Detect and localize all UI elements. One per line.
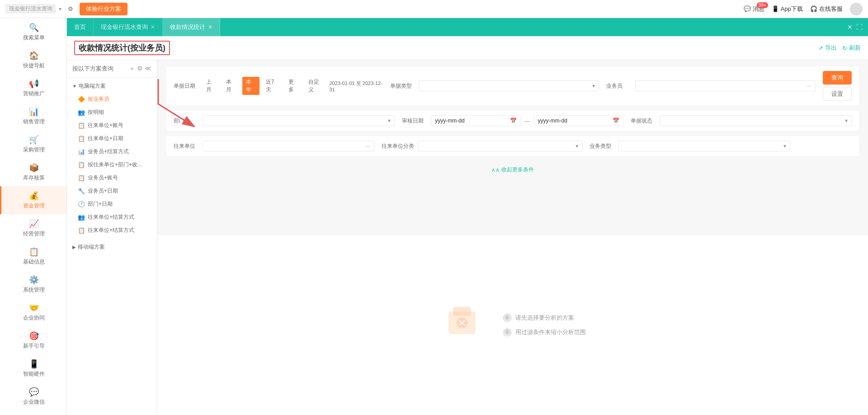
- sidebar-item-label: 企业协同: [23, 314, 45, 322]
- chevron-down-icon: ▾: [388, 118, 391, 124]
- search-menu-icon: 🔍: [29, 23, 39, 33]
- top-header: 现金银行流水查询 ▾ ⚙ 体验行业方案 💬 消息 99+ 📱 App下载 🎧 在…: [0, 0, 868, 18]
- biz-type-input[interactable]: ▾: [618, 141, 790, 151]
- window-maximize-icon[interactable]: ⛶: [856, 24, 863, 31]
- tab-home-label: 首页: [74, 23, 86, 31]
- date-filter-item: 单据日期 上月 本月 本年 近7天 更多 自定义 2023-01-01 至 20…: [174, 77, 383, 95]
- scheme-item-icon: 🔶: [78, 96, 85, 103]
- tab-collection-close-icon[interactable]: ✕: [208, 24, 212, 30]
- app-download-area[interactable]: 📱 App下载: [772, 5, 803, 13]
- partner-input[interactable]: ···: [203, 141, 374, 151]
- sidebar-item-sales[interactable]: 📊 销售管理: [0, 102, 66, 130]
- date-tab-more[interactable]: 更多: [285, 77, 302, 95]
- audit-date-start-input[interactable]: yyyy-mm-dd 📅: [431, 115, 520, 126]
- messages-area[interactable]: 💬 消息 99+: [744, 5, 764, 13]
- scheme-group-mobile-title[interactable]: ▶ 移动端方案: [67, 241, 157, 254]
- app-download-label: App下载: [781, 5, 803, 13]
- scheme-add-button[interactable]: ＋: [129, 65, 135, 73]
- scheme-item-staff-date[interactable]: 🔧 业务员+日期: [67, 184, 157, 198]
- date-tab-last-month[interactable]: 上月: [203, 77, 220, 95]
- sidebar-item-enterprise[interactable]: 🤝 企业协同: [0, 298, 66, 326]
- window-close-icon[interactable]: ✕: [847, 24, 853, 31]
- date-tab-this-year[interactable]: 本年: [242, 77, 259, 95]
- audit-date-filter-item: 审核日期 yyyy-mm-dd 📅 — yyyy-mm-dd 📅: [402, 115, 623, 126]
- refresh-label: 刷新: [849, 44, 861, 52]
- date-tab-last7days[interactable]: 近7天: [262, 77, 282, 95]
- sidebar-item-system[interactable]: ⚙️ 系统管理: [0, 270, 66, 298]
- fund-icon: 💰: [29, 191, 39, 201]
- sidebar-item-weixin[interactable]: 💬 企业微信: [0, 382, 66, 410]
- doc-type-input[interactable]: ▾: [419, 80, 599, 91]
- sidebar-item-member[interactable]: 👑 畅会员: [0, 410, 66, 415]
- scheme-item-label: 往来单位+日期: [88, 135, 123, 142]
- partner-type-input[interactable]: ▾: [418, 141, 582, 151]
- scheme-group-desktop-title[interactable]: ▼ 电脑端方案: [67, 80, 157, 93]
- staff-input[interactable]: ···: [635, 80, 816, 91]
- date-tab-custom[interactable]: 自定义: [305, 77, 327, 95]
- scheme-item-partner-settlement2[interactable]: 📋 往来单位+结算方式: [67, 224, 157, 237]
- sidebar-item-fund[interactable]: 💰 资金管理: [0, 186, 66, 214]
- collapse-bar[interactable]: ∧∧ 收起更多条件: [166, 161, 859, 178]
- sidebar-item-search-menu[interactable]: 🔍 搜索菜单: [0, 18, 66, 46]
- sidebar-item-label: 系统管理: [23, 286, 45, 294]
- marketing-icon: 📢: [29, 79, 39, 89]
- scheme-item-by-staff[interactable]: 🔶 按业务员: [67, 93, 157, 106]
- content-area: 按以下方案查询 ＋ ⚙ ≪ ▼ 电脑端方案 🔶 按业务员: [67, 60, 868, 415]
- scheme-item-dept-date[interactable]: 🕐 部门+日期: [67, 198, 157, 211]
- sidebar-item-operation[interactable]: 📈 经营管理: [0, 214, 66, 242]
- scheme-collapse-button[interactable]: ≪: [145, 65, 151, 73]
- tab-cashflow[interactable]: 现金银行流水查询 ✕: [94, 18, 163, 36]
- scheme-item-partner-account[interactable]: 📋 往来单位+账号: [67, 119, 157, 132]
- filter-panel: 单据日期 上月 本月 本年 近7天 更多 自定义 2023-01-01 至 20…: [157, 60, 868, 235]
- dept-input[interactable]: ▾: [203, 115, 395, 126]
- refresh-icon: ↻: [842, 45, 847, 52]
- layout: 🔍 搜索菜单 🏠 快捷导航 📢 营销推广 📊 销售管理 🛒 采购管理 📦 库存核…: [0, 18, 868, 415]
- sidebar-item-purchase[interactable]: 🛒 采购管理: [0, 130, 66, 158]
- doc-status-input[interactable]: ▾: [660, 115, 852, 126]
- dept-label: 部门: [174, 117, 199, 125]
- online-service-icon: 🎧: [810, 5, 817, 12]
- refresh-button[interactable]: ↻ 刷新: [842, 44, 861, 52]
- doc-type-filter-item: 单据类型 ▾: [390, 80, 599, 91]
- audit-date-end-input[interactable]: yyyy-mm-dd 📅: [534, 115, 623, 126]
- sidebar-item-basic-info[interactable]: 📋 基础信息: [0, 242, 66, 270]
- scheme-item-partner-settlement1[interactable]: 👥 往来单位+结算方式: [67, 211, 157, 224]
- gear-icon[interactable]: ⚙: [64, 3, 77, 15]
- scheme-item-staff-account[interactable]: 📋 业务员+账号: [67, 171, 157, 184]
- tab-collection[interactable]: 收款情况统计 ✕: [163, 18, 220, 36]
- date-tab-this-month[interactable]: 本月: [222, 77, 240, 95]
- scheme-item-by-partner-dept[interactable]: 📋 按往来单位+部门+收...: [67, 158, 157, 171]
- online-service-label: 在线客服: [819, 5, 843, 13]
- scheme-item-icon: 👥: [78, 109, 85, 116]
- avatar[interactable]: [850, 3, 863, 15]
- tab-collection-label: 收款情况统计: [170, 23, 205, 31]
- tab-home[interactable]: 首页: [67, 18, 94, 36]
- date-filter-label: 单据日期: [174, 82, 199, 90]
- export-button[interactable]: ↗ 导出: [818, 44, 837, 52]
- scheme-item-by-detail[interactable]: 👥 按明细: [67, 106, 157, 119]
- trial-button[interactable]: 体验行业方案: [80, 3, 127, 15]
- scheme-settings-button[interactable]: ⚙: [137, 65, 143, 73]
- scheme-panel: 按以下方案查询 ＋ ⚙ ≪ ▼ 电脑端方案 🔶 按业务员: [67, 60, 157, 415]
- doc-status-label: 单据状态: [631, 117, 656, 125]
- sidebar-item-guide[interactable]: 🎯 新手引导: [0, 326, 66, 354]
- sidebar-item-smart-hw[interactable]: 📱 智能硬件: [0, 354, 66, 382]
- online-service-area[interactable]: 🎧 在线客服: [810, 5, 843, 13]
- tab-cashflow-close-icon[interactable]: ✕: [151, 24, 155, 30]
- date-filter-group: 上月 本月 本年 近7天 更多 自定义 2023-01-01 至 2023-12…: [203, 77, 383, 95]
- sidebar-item-label: 库存核算: [23, 174, 45, 182]
- scheme-item-icon: 👥: [78, 214, 85, 221]
- sidebar-item-quick-nav[interactable]: 🏠 快捷导航: [0, 46, 66, 74]
- staff-label: 业务员: [606, 82, 632, 90]
- page-header-actions: ↗ 导出 ↻ 刷新: [818, 44, 861, 52]
- chevron-down-icon[interactable]: ▾: [59, 6, 61, 12]
- scheme-item-staff-settlement[interactable]: 📊 业务员+结算方式: [67, 145, 157, 158]
- filter-row-2: 部门 ▾ 审核日期 yyyy-mm-dd 📅: [166, 111, 859, 131]
- calendar-end-icon: 📅: [613, 118, 619, 124]
- query-button[interactable]: 查询: [823, 71, 852, 85]
- sidebar-item-inventory[interactable]: 📦 库存核算: [0, 158, 66, 186]
- setting-button[interactable]: 设置: [823, 87, 852, 101]
- scheme-item-icon: 📋: [78, 161, 85, 168]
- scheme-item-partner-date[interactable]: 📋 往来单位+日期: [67, 132, 157, 145]
- sidebar-item-marketing[interactable]: 📢 营销推广: [0, 74, 66, 102]
